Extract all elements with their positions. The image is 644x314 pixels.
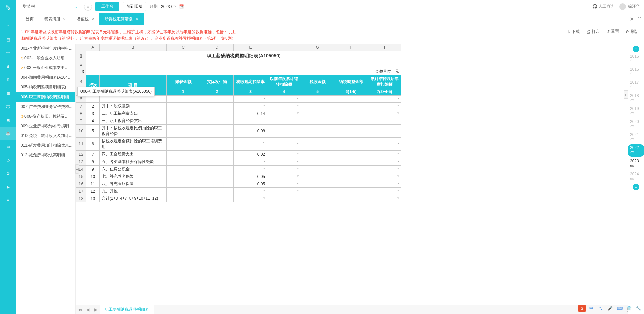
- cell[interactable]: 按税收规定全额扣除的职工培训费用: [100, 138, 167, 151]
- cell[interactable]: 实际发生额: [200, 75, 234, 88]
- cell[interactable]: [200, 173, 234, 180]
- close-icon[interactable]: ✕: [63, 17, 66, 21]
- tab[interactable]: 税表清册✕: [39, 13, 71, 25]
- cell[interactable]: 九、其他: [100, 188, 167, 195]
- cell[interactable]: *: [234, 195, 267, 202]
- cell[interactable]: *: [234, 188, 267, 195]
- toolbar-circle-icon[interactable]: ≡: [84, 3, 92, 11]
- cell[interactable]: 4: [86, 117, 100, 125]
- close-icon[interactable]: ✕: [91, 17, 94, 21]
- cell[interactable]: [167, 117, 200, 125]
- cell[interactable]: 其中：股权激励: [100, 103, 167, 110]
- ime-mic-icon[interactable]: 🎤: [606, 305, 614, 312]
- cell[interactable]: 税收规定扣除率: [234, 75, 267, 88]
- cell[interactable]: 0.14: [234, 110, 267, 117]
- user-menu[interactable]: 徐泽华: [619, 3, 640, 10]
- rail-item-icon[interactable]: ♟: [0, 60, 16, 73]
- cell[interactable]: [200, 125, 234, 138]
- cell[interactable]: 6: [76, 96, 86, 103]
- cell[interactable]: [167, 166, 200, 173]
- year-item[interactable]: 2020年: [628, 118, 644, 131]
- ime-keyboard-icon[interactable]: ⌨: [616, 305, 623, 312]
- sheet-scroll-first-icon[interactable]: ⏮: [76, 305, 84, 314]
- rail-item-icon[interactable]: ◇: [0, 153, 16, 167]
- calendar-icon[interactable]: 📅: [179, 4, 184, 9]
- cell[interactable]: *: [267, 180, 301, 188]
- cell[interactable]: [368, 125, 401, 138]
- cell[interactable]: 合计(1+3+4+7+8+9+10+11+12): [100, 195, 167, 202]
- cell[interactable]: F: [267, 44, 301, 51]
- cell[interactable]: 4: [76, 75, 86, 88]
- cell[interactable]: [200, 103, 234, 110]
- cell[interactable]: 四、工会经费支出: [100, 151, 167, 158]
- tax-type-selector[interactable]: 增值税 ⌄: [20, 4, 80, 9]
- cell[interactable]: [301, 138, 334, 151]
- year-item[interactable]: 2015年: [628, 53, 644, 65]
- cell[interactable]: *: [368, 138, 401, 151]
- cell[interactable]: *: [368, 110, 401, 117]
- cell[interactable]: 1: [167, 88, 200, 96]
- cell[interactable]: 七、补充养老保险: [100, 173, 167, 180]
- tree-item[interactable]: ⊘003-一般企业成本支出明细...: [16, 63, 75, 73]
- cell[interactable]: [200, 195, 234, 202]
- cell[interactable]: *: [368, 151, 401, 158]
- cell[interactable]: 0.05: [234, 180, 267, 188]
- cell[interactable]: [334, 188, 368, 195]
- tree-item[interactable]: 006-职工薪酬纳税调整明细...: [16, 92, 75, 102]
- cell[interactable]: 纳税调整金额: [334, 75, 368, 88]
- cell[interactable]: [301, 110, 334, 117]
- cell[interactable]: 2: [86, 103, 100, 110]
- cell[interactable]: 税收金额: [301, 75, 334, 88]
- cell[interactable]: [200, 151, 234, 158]
- close-icon[interactable]: ✕: [136, 17, 138, 21]
- cell[interactable]: [200, 138, 234, 151]
- year-scroll-up-icon[interactable]: ⌃: [633, 46, 639, 52]
- cell[interactable]: [334, 103, 368, 110]
- cell[interactable]: [167, 138, 200, 151]
- ime-sogou-icon[interactable]: S: [578, 305, 586, 312]
- cell[interactable]: 8: [76, 110, 86, 117]
- cell[interactable]: [301, 180, 334, 188]
- cell[interactable]: *: [368, 195, 401, 202]
- cell[interactable]: 4: [267, 88, 301, 96]
- ime-skin-icon[interactable]: 👕: [625, 305, 633, 312]
- cell[interactable]: [301, 173, 334, 180]
- refresh-action[interactable]: ⟳ 刷新: [626, 29, 639, 35]
- cell[interactable]: 6: [86, 138, 100, 151]
- cell[interactable]: 6(1-5): [334, 88, 368, 96]
- cell[interactable]: [334, 138, 368, 151]
- cell[interactable]: 其中：按税收规定比例扣除的职工教育经费: [100, 125, 167, 138]
- reset-action[interactable]: ↺ 重置: [606, 29, 619, 35]
- year-item[interactable]: 2017年: [628, 79, 644, 91]
- rail-item-icon[interactable]: ▶: [0, 180, 16, 194]
- cell[interactable]: 13: [86, 195, 100, 202]
- cell[interactable]: [301, 117, 334, 125]
- cell[interactable]: 8: [86, 158, 100, 166]
- cell[interactable]: [167, 96, 200, 103]
- spreadsheet-grid[interactable]: ABCDEFGHI1职工薪酬纳税调整明细表(A105050)23金额单位：元4行…: [76, 44, 628, 305]
- cell[interactable]: 12: [76, 151, 86, 158]
- cell[interactable]: 金额单位：元: [86, 68, 401, 75]
- rail-item-icon[interactable]: V: [0, 194, 16, 207]
- cell[interactable]: *: [234, 96, 267, 103]
- consult-link[interactable]: 🎧 人工咨询: [592, 4, 614, 9]
- cell[interactable]: 7: [76, 103, 86, 110]
- ime-punct-icon[interactable]: °,: [597, 305, 604, 312]
- rail-item-icon[interactable]: Ⓣ: [0, 100, 16, 113]
- cell[interactable]: *: [267, 138, 301, 151]
- sheet-scroll-next-icon[interactable]: ▶: [92, 305, 100, 314]
- cell[interactable]: [334, 117, 368, 125]
- cell[interactable]: *: [267, 173, 301, 180]
- tree-item[interactable]: ⊘008-资产折旧、摊销及纳税...: [16, 112, 75, 121]
- cell[interactable]: [334, 195, 368, 202]
- cell[interactable]: *: [267, 158, 301, 166]
- cell[interactable]: [167, 125, 200, 138]
- cell[interactable]: 八、补充医疗保险: [100, 180, 167, 188]
- cell[interactable]: 账载金额: [167, 75, 200, 88]
- cell[interactable]: *: [234, 103, 267, 110]
- rail-item-icon[interactable]: 🗎: [0, 73, 16, 86]
- cell[interactable]: 9: [86, 166, 100, 173]
- cell[interactable]: [167, 195, 200, 202]
- cell[interactable]: G: [301, 44, 334, 51]
- rail-item-icon[interactable]: 〰: [0, 46, 16, 60]
